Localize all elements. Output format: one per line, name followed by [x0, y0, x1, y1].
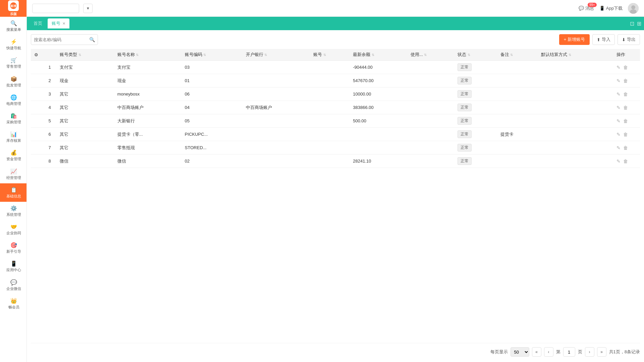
row-bank-4	[243, 114, 310, 128]
delete-icon-1[interactable]: 🗑	[623, 78, 628, 83]
row-code-1: 01	[181, 74, 243, 87]
sidebar-label-quick-nav: 快捷导航	[6, 46, 21, 50]
export-button[interactable]: ⬇ 导出	[618, 34, 640, 45]
sidebar-item-enterprise-wx[interactable]: 💬 企业微信	[0, 276, 26, 294]
prev-page-btn[interactable]: ‹	[544, 347, 553, 357]
col-bank[interactable]: 开户银行 ⇅	[243, 49, 310, 61]
row-name-1: 现金	[114, 74, 181, 87]
col-account-no[interactable]: 账号 ⇅	[310, 49, 350, 61]
page-size-select[interactable]: 50 10 20 100	[511, 347, 529, 357]
row-acctno-4	[310, 114, 350, 128]
col-account-code[interactable]: 账号编码 ⇅	[181, 49, 243, 61]
sidebar-item-basic-info[interactable]: 📋 基础信息	[0, 183, 26, 202]
tab-account[interactable]: 账号 ✕	[48, 18, 69, 28]
app-download-btn[interactable]: 📱 App下载	[599, 5, 623, 11]
edit-icon-4[interactable]: ✎	[616, 118, 621, 124]
row-num-6: 7	[43, 141, 56, 155]
row-bank-2	[243, 87, 310, 101]
row-name-2: moneybosx	[114, 87, 181, 101]
delete-icon-6[interactable]: 🗑	[623, 145, 628, 150]
row-status-5: 正常	[454, 128, 497, 141]
edit-icon-7[interactable]: ✎	[616, 159, 621, 164]
edit-icon-1[interactable]: ✎	[616, 78, 621, 83]
row-num-4: 5	[43, 114, 56, 128]
page-of-label: 页	[578, 349, 582, 355]
sidebar-item-membership[interactable]: 👑 畅会员	[0, 294, 26, 313]
sidebar-item-enterprise-agr[interactable]: 🤝 企业协同	[0, 220, 26, 239]
sidebar-item-sys-mgmt[interactable]: ⚙️ 系统管理	[0, 202, 26, 220]
tab-account-close[interactable]: ✕	[62, 21, 65, 26]
edit-icon-6[interactable]: ✎	[616, 145, 621, 150]
topbar-left: ▾	[32, 4, 93, 13]
search-input[interactable]	[34, 37, 89, 42]
delete-icon-5[interactable]: 🗑	[623, 132, 628, 137]
row-acctno-0	[310, 61, 350, 74]
row-type-6: 其它	[56, 141, 114, 155]
row-usage-1	[407, 74, 454, 87]
tab-maximize-icon[interactable]: ⊞	[637, 20, 641, 27]
sidebar-item-finance-mgmt[interactable]: 💰 资金管理	[0, 146, 26, 165]
app-download-label: App下载	[606, 5, 623, 11]
sidebar-label-ecommerce-mgmt: 电商管理	[6, 102, 21, 106]
next-page-btn[interactable]: ›	[585, 347, 594, 357]
sidebar-item-app-center[interactable]: 📱 应用中心	[0, 257, 26, 276]
delete-icon-0[interactable]: 🗑	[623, 65, 628, 70]
table-row: 2 现金 现金 01 547670.00 正常 ✎ 🗑	[31, 74, 640, 87]
sidebar-item-inventory[interactable]: 📊 库存核算	[0, 128, 26, 146]
tab-minimize-icon[interactable]: ⊡	[630, 20, 634, 27]
row-bank-3: 中百商场账户	[243, 101, 310, 114]
row-name-4: 大新银行	[114, 114, 181, 128]
col-remarks[interactable]: 备注 ⇅	[497, 49, 538, 61]
edit-icon-3[interactable]: ✎	[616, 105, 621, 110]
row-settle-0	[538, 61, 613, 74]
col-account-name[interactable]: 账号名称 ⇅	[114, 49, 181, 61]
page-input[interactable]	[563, 347, 575, 357]
row-remarks-7	[497, 155, 538, 168]
page-size-label: 每页显示	[490, 349, 508, 355]
sidebar-item-quick-nav[interactable]: ⚡ 快捷导航	[0, 35, 26, 54]
delete-icon-7[interactable]: 🗑	[623, 159, 628, 164]
col-latest-balance[interactable]: 最新余额 ⇅	[350, 49, 407, 61]
edit-icon-5[interactable]: ✎	[616, 132, 621, 137]
row-settings-1	[31, 74, 43, 87]
row-actions-0: ✎ 🗑	[613, 61, 640, 74]
table-row: 7 其它 零售抵现 STORED... 正常 ✎ 🗑	[31, 141, 640, 155]
sidebar-item-wholesale-mgmt[interactable]: 📦 批发管理	[0, 72, 26, 91]
col-settings[interactable]: ⚙	[31, 49, 43, 61]
sidebar-item-ops-mgmt[interactable]: 📈 经营管理	[0, 165, 26, 183]
sidebar-item-search-menu[interactable]: 🔍 搜索菜单	[0, 17, 26, 35]
first-page-btn[interactable]: «	[532, 347, 541, 357]
table-row: 8 微信 微信 02 28241.10 正常 ✎ 🗑	[31, 155, 640, 168]
col-account-type[interactable]: 账号类型 ⇅	[56, 49, 114, 61]
sidebar-label-ops-mgmt: 经营管理	[6, 176, 21, 180]
logo-subtext: 乐版	[10, 12, 17, 16]
topbar-search-input[interactable]	[32, 4, 79, 13]
sidebar-item-purchase-mgmt[interactable]: 🛍️ 采购管理	[0, 109, 26, 128]
status-badge: 正常	[458, 117, 472, 125]
tab-home[interactable]: 首页	[30, 18, 46, 28]
row-status-2: 正常	[454, 87, 497, 101]
add-account-button[interactable]: + 新增账号	[559, 34, 590, 45]
col-usage[interactable]: 使用... ⇅	[407, 49, 454, 61]
sidebar-icon-new-guide: 🎯	[10, 242, 17, 248]
delete-icon-3[interactable]: 🗑	[623, 105, 628, 110]
row-settings-2	[31, 87, 43, 101]
row-settle-6	[538, 141, 613, 155]
row-usage-3	[407, 101, 454, 114]
col-status[interactable]: 状态 ⇅	[454, 49, 497, 61]
edit-icon-0[interactable]: ✎	[616, 65, 621, 70]
topbar-message-btn[interactable]: 💬 消息 99+	[579, 5, 594, 11]
sidebar-label-enterprise-wx: 企业微信	[6, 287, 21, 291]
sidebar-item-retail-mgmt[interactable]: 🛒 零售管理	[0, 54, 26, 72]
delete-icon-4[interactable]: 🗑	[623, 118, 628, 124]
edit-icon-2[interactable]: ✎	[616, 92, 621, 97]
import-button[interactable]: ⬆ 导入	[592, 34, 615, 45]
topbar-dropdown-btn[interactable]: ▾	[83, 4, 93, 13]
sidebar-item-new-guide[interactable]: 🎯 新手引导	[0, 239, 26, 257]
sidebar-item-ecommerce-mgmt[interactable]: 🌐 电商管理	[0, 91, 26, 109]
sidebar-label-search-menu: 搜索菜单	[6, 27, 21, 32]
delete-icon-2[interactable]: 🗑	[623, 92, 628, 97]
col-default-settle[interactable]: 默认结算方式 ⇅	[538, 49, 613, 61]
user-avatar[interactable]	[628, 3, 639, 14]
last-page-btn[interactable]: »	[597, 347, 606, 357]
